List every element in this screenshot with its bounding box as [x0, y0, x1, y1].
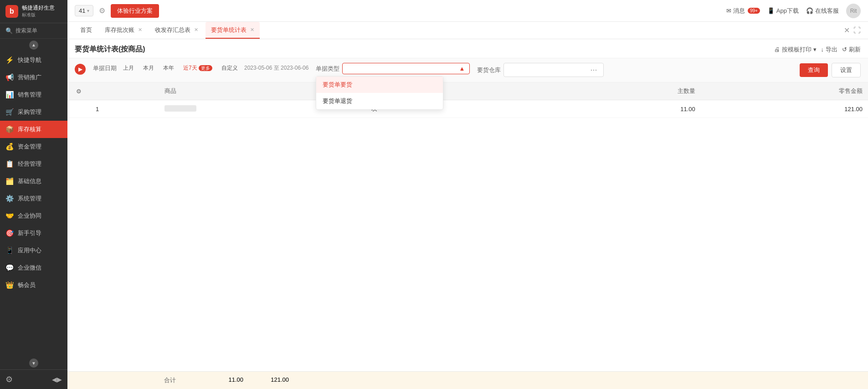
page-actions: 🖨 按模板打印 ▾ ↓ 导出 ↺ 刷新 — [774, 46, 861, 54]
sidebar-item-guide[interactable]: 🎯 新手引导 — [0, 225, 67, 242]
print-button[interactable]: 🖨 按模板打印 ▾ — [774, 46, 817, 54]
purchase-icon: 🛒 — [5, 108, 14, 116]
sidebar-item-app-center[interactable]: 📱 应用中心 — [0, 242, 67, 259]
trial-button[interactable]: 体验行业方案 — [111, 4, 159, 18]
warehouse-filter-group: 要货仓库 ··· — [477, 63, 604, 77]
tabs-actions: ✕ ⛶ — [844, 26, 861, 35]
guide-icon: 🎯 — [5, 229, 14, 237]
row-settings-cell — [67, 100, 90, 118]
date-tab-cur[interactable]: 本月 — [139, 63, 158, 73]
refresh-button[interactable]: ↺ 刷新 — [842, 46, 861, 54]
page-header: 要货单统计表(按商品) 🖨 按模板打印 ▾ ↓ 导出 ↺ 刷新 — [67, 39, 868, 58]
sales-icon: 📊 — [5, 91, 14, 99]
tab-close-inventory-batch[interactable]: ✕ — [138, 27, 142, 33]
inventory-icon: 📦 — [5, 125, 14, 133]
header-left: 41 ▾ ⚙ 体验行业方案 — [75, 4, 159, 18]
sidebar-item-base-info[interactable]: 🗂️ 基础信息 — [0, 173, 67, 190]
user-avatar[interactable]: Rit — [846, 4, 861, 18]
enterprise-icon: 🤝 — [5, 212, 14, 220]
online-service-action[interactable]: 🎧 在线客服 — [806, 7, 839, 15]
header-settings-icon[interactable]: ⚙ — [99, 6, 105, 15]
date-tab-custom[interactable]: 自定义 — [218, 63, 241, 73]
date-tab-year[interactable]: 本年 — [159, 63, 178, 73]
sidebar-item-purchase[interactable]: 🛒 采购管理 — [0, 103, 67, 121]
dropdown-item-order-return[interactable]: 要货单退货 — [316, 93, 443, 109]
date-tab-up[interactable]: 上月 — [119, 63, 138, 73]
top-header: 41 ▾ ⚙ 体验行业方案 ✉ 消息 99+ 📱 App下载 🎧 在线客服 Ri… — [67, 0, 868, 22]
sidebar-item-marketing[interactable]: 📢 营销推广 — [0, 69, 67, 86]
sidebar-item-sales[interactable]: 📊 销售管理 — [0, 86, 67, 103]
scroll-down-btn[interactable]: ▼ — [0, 357, 67, 369]
app-download-action[interactable]: 📱 App下载 — [767, 7, 799, 15]
type-select-arrow-icon: ▲ — [459, 65, 465, 72]
print-icon: 🖨 — [774, 46, 780, 53]
col-settings-icon: ⚙ — [76, 88, 82, 95]
date-tab-7days[interactable]: 近7天 更多 — [180, 63, 216, 73]
sidebar-item-quick-nav[interactable]: ⚡ 快捷导航 — [0, 51, 67, 69]
sidebar-item-operations[interactable]: 📋 经营管理 — [0, 155, 67, 173]
data-table: ⚙ 商品 主计量单位 主数量 零售金额 1 — [67, 82, 868, 118]
chevron-down-icon: ▾ — [87, 8, 89, 13]
sidebar-item-system[interactable]: ⚙️ 系统管理 — [0, 190, 67, 207]
marketing-icon: 📢 — [5, 73, 14, 82]
dropdown-item-order-goods[interactable]: 要货单要货 — [316, 77, 443, 93]
app-center-icon: 📱 — [5, 246, 14, 255]
mobile-icon: 📱 — [767, 7, 775, 14]
table-container: ⚙ 商品 主计量单位 主数量 零售金额 1 — [67, 82, 868, 371]
tabs-bar: 首页 库存批次账 ✕ 收发存汇总表 ✕ 要货单统计表 ✕ ✕ ⛶ — [67, 22, 868, 39]
membership-icon: 👑 — [5, 281, 14, 289]
col-no — [90, 82, 159, 100]
search-menu[interactable]: 🔍 搜索菜单 — [0, 23, 67, 39]
type-select[interactable]: ▲ — [342, 63, 470, 74]
tab-order-stats[interactable]: 要货单统计表 ✕ — [205, 22, 260, 39]
sidebar-footer: ⚙ ◀▶ — [0, 369, 67, 389]
finance-icon: 💰 — [5, 143, 14, 151]
tab-collect-summary[interactable]: 收发存汇总表 ✕ — [149, 22, 204, 39]
tab-close-order-stats[interactable]: ✕ — [250, 27, 254, 33]
type-filter-group: 单据类型 ▲ 要货单要货 要货单退货 — [316, 63, 470, 74]
tab-inventory-batch[interactable]: 库存批次账 ✕ — [99, 22, 148, 39]
sidebar-settings-icon[interactable]: ⚙ — [5, 374, 13, 384]
table-row: 1 块 11.00 121.00 — [67, 100, 868, 118]
warehouse-more-icon: ··· — [588, 65, 599, 75]
tab-close-collect-summary[interactable]: ✕ — [194, 27, 198, 33]
sidebar-item-wecom[interactable]: 💬 企业微信 — [0, 259, 67, 276]
date-range: 2023-05-06 至 2023-06-06 — [244, 64, 308, 72]
sidebar-item-enterprise[interactable]: 🤝 企业协同 — [0, 207, 67, 225]
main-content: 41 ▾ ⚙ 体验行业方案 ✉ 消息 99+ 📱 App下载 🎧 在线客服 Ri… — [67, 0, 868, 389]
sidebar-item-membership[interactable]: 👑 畅会员 — [0, 276, 67, 294]
product-placeholder — [164, 105, 196, 112]
col-amount: 零售金额 — [701, 82, 868, 100]
print-arrow-icon: ▾ — [813, 46, 817, 53]
store-selector[interactable]: 41 ▾ — [75, 5, 93, 16]
more-badge: 更多 — [199, 65, 212, 71]
message-action[interactable]: ✉ 消息 99+ — [726, 7, 760, 15]
close-all-icon[interactable]: ✕ — [844, 26, 850, 35]
sidebar-item-inventory[interactable]: 📦 库存核算 — [0, 121, 67, 138]
search-icon: 🔍 — [5, 27, 13, 34]
filter-expand-btn[interactable]: ▶ — [75, 64, 86, 75]
table-header-row: ⚙ 商品 主计量单位 主数量 零售金额 — [67, 82, 868, 100]
message-icon: ✉ — [726, 7, 731, 14]
footer-total-label: 合计 — [164, 376, 176, 384]
refresh-icon: ↺ — [842, 46, 847, 53]
quick-nav-icon: ⚡ — [5, 56, 14, 64]
footer-qty: 11.00 — [203, 376, 249, 384]
col-qty: 主数量 — [562, 82, 700, 100]
tab-home[interactable]: 首页 — [75, 22, 98, 39]
export-button[interactable]: ↓ 导出 — [821, 46, 838, 54]
sidebar-item-finance[interactable]: 💰 资金管理 — [0, 138, 67, 155]
row-amount: 121.00 — [701, 100, 868, 118]
base-info-icon: 🗂️ — [5, 177, 14, 185]
filter-settings-button[interactable]: 设置 — [832, 63, 861, 77]
filter-actions: 查询 设置 — [800, 63, 861, 77]
query-button[interactable]: 查询 — [800, 63, 828, 77]
row-qty: 11.00 — [562, 100, 700, 118]
scroll-up-btn[interactable]: ▲ — [0, 39, 67, 51]
sidebar-collapse-icon[interactable]: ◀▶ — [52, 376, 62, 383]
page-content: 要货单统计表(按商品) 🖨 按模板打印 ▾ ↓ 导出 ↺ 刷新 — [67, 39, 868, 389]
type-dropdown: 要货单要货 要货单退货 — [316, 76, 443, 110]
col-settings[interactable]: ⚙ — [67, 82, 90, 100]
expand-tabs-icon[interactable]: ⛶ — [853, 26, 861, 35]
warehouse-select[interactable]: ··· — [503, 63, 604, 77]
